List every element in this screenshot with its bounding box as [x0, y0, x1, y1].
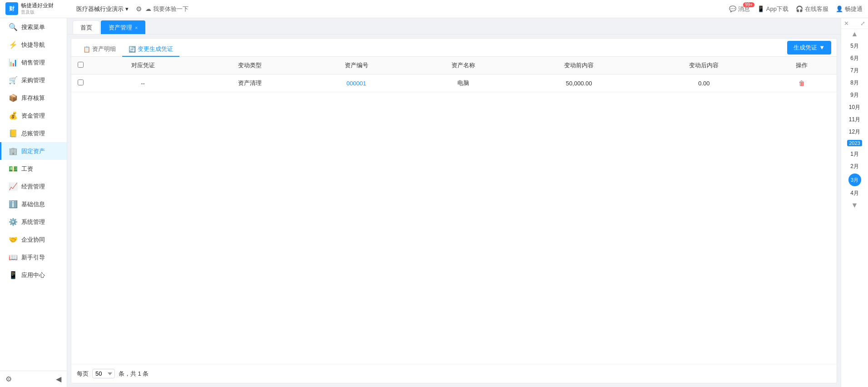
sidebar-item-quick-nav[interactable]: ⚡ 快捷导航 [0, 36, 67, 54]
sidebar-item-sales[interactable]: 📊 销售管理 [0, 54, 67, 71]
sidebar-item-management[interactable]: 📈 经营管理 [0, 178, 67, 195]
month-item-11[interactable]: 11月 [841, 114, 868, 126]
settings-icon[interactable]: ⚙ [136, 5, 142, 13]
col-header-asset-code: 资产编号 [303, 57, 410, 74]
footer-settings-icon[interactable]: ⚙ [5, 375, 12, 383]
basic-info-icon: ℹ️ [9, 200, 18, 208]
finance-icon: 💰 [9, 111, 18, 120]
sidebar-item-purchase[interactable]: 🛒 采购管理 [0, 71, 67, 89]
sidebar-item-cooperation[interactable]: 🤝 企业协同 [0, 231, 67, 248]
scroll-down-icon[interactable]: ▼ [850, 200, 859, 210]
tab-asset-management[interactable]: 资产管理 × [101, 20, 145, 34]
system-icon: ⚙️ [9, 218, 18, 226]
col-header-asset-name: 资产名称 [410, 57, 516, 74]
row-change-type: 资产清理 [196, 74, 303, 92]
select-all-checkbox[interactable] [78, 62, 84, 68]
panel-close-icon[interactable]: ✕ [844, 20, 849, 27]
sidebar-item-search[interactable]: 🔍 搜索菜单 [0, 18, 67, 36]
sidebar-label-sales: 销售管理 [21, 59, 45, 67]
top-header: 财 畅捷通好业财 普及版 医疗器械行业演示 ▾ ⚙ ☁ 我要体验一下 💬 消息 … [0, 0, 868, 18]
sidebar-label-management: 经营管理 [21, 183, 45, 191]
company-selector[interactable]: 医疗器械行业演示 ▾ [73, 3, 132, 15]
month-item-10[interactable]: 10月 [841, 101, 868, 114]
tab-asset-management-label: 资产管理 [109, 24, 132, 32]
row-checkbox[interactable] [78, 79, 84, 85]
sidebar-label-basic-info: 基础信息 [21, 200, 45, 208]
sidebar-label-cooperation: 企业协同 [21, 236, 45, 244]
sidebar-label-search: 搜索菜单 [21, 23, 45, 31]
month-item-3-active[interactable]: 3月 [848, 174, 861, 186]
sidebar-label-inventory: 库存核算 [21, 94, 45, 102]
sidebar-label-purchase: 采购管理 [21, 76, 45, 84]
tab-change-voucher[interactable]: 🔄 变更生成凭证 [122, 42, 179, 57]
experience-button[interactable]: ☁ 我要体验一下 [145, 5, 188, 13]
sales-icon: 📊 [9, 58, 18, 67]
tabs-bar: 首页 资产管理 × [67, 18, 841, 35]
tab-home[interactable]: 首页 [73, 20, 100, 34]
month-item-4[interactable]: 4月 [841, 187, 868, 199]
download-icon: 📱 [757, 5, 764, 12]
sidebar-item-basic-info[interactable]: ℹ️ 基础信息 [0, 195, 67, 213]
logo-icon: 财 [5, 2, 18, 15]
month-list-2023: 1月 2月 3月 4月 [841, 147, 868, 200]
footer-collapse-icon[interactable]: ◀ [56, 375, 61, 383]
ledger-icon: 📒 [9, 129, 18, 138]
app-version: 普及版 [21, 9, 54, 15]
data-table: 对应凭证 变动类型 资产编号 资产名称 变动前内容 变动后内容 操作 [71, 57, 837, 92]
sidebar-item-fixed-assets[interactable]: 🏢 固定资产 [0, 142, 67, 160]
table-header-row: 对应凭证 变动类型 资产编号 资产名称 变动前内容 变动后内容 操作 [71, 57, 837, 74]
page-content: 📋 资产明细 🔄 变更生成凭证 生成凭证 ▼ [71, 38, 837, 383]
year-2023-badge: 2023 [847, 140, 862, 146]
month-item-8[interactable]: 8月 [841, 77, 868, 89]
right-panel-header: ✕ ⤢ [841, 18, 868, 29]
app-center-icon: 📱 [9, 271, 18, 279]
scroll-up-icon[interactable]: ▲ [850, 29, 859, 39]
col-header-operation: 操作 [766, 57, 837, 74]
sidebar-item-system[interactable]: ⚙️ 系统管理 [0, 213, 67, 231]
cooperation-icon: 🤝 [9, 235, 18, 244]
month-item-12[interactable]: 12月 [841, 126, 868, 138]
app-name: 畅捷通好业财 [21, 2, 54, 9]
col-header-change-type: 变动类型 [196, 57, 303, 74]
col-header-voucher: 对应凭证 [89, 57, 196, 74]
sidebar-item-inventory[interactable]: 📦 库存核算 [0, 89, 67, 107]
month-list-prev: 5月 6月 7月 8月 9月 10月 11月 12月 [841, 39, 868, 139]
sidebar-item-payroll[interactable]: 💵 工资 [0, 160, 67, 178]
user-menu-button[interactable]: 👤 畅捷通 [836, 5, 863, 13]
user-icon: 👤 [836, 5, 843, 12]
row-after-change: 0.00 [641, 74, 766, 92]
page-size-select[interactable]: 10 20 50 100 [92, 369, 115, 378]
year-2023-section: 2023 [841, 139, 868, 147]
logo-text-area: 畅捷通好业财 普及版 [21, 2, 54, 15]
tab-asset-detail[interactable]: 📋 资产明细 [77, 42, 122, 57]
month-item-5[interactable]: 5月 [841, 40, 868, 52]
month-item-7[interactable]: 7月 [841, 64, 868, 77]
tab-close-icon[interactable]: × [135, 25, 138, 30]
col-header-checkbox [71, 57, 89, 74]
sidebar-item-app-center[interactable]: 📱 应用中心 [0, 266, 67, 284]
message-button[interactable]: 💬 消息 99+ [729, 5, 750, 13]
panel-expand-icon[interactable]: ⤢ [860, 20, 865, 27]
month-item-6[interactable]: 6月 [841, 52, 868, 64]
app-download-button[interactable]: 📱 App下载 [757, 5, 789, 13]
generate-voucher-button[interactable]: 生成凭证 ▼ [787, 41, 831, 55]
sidebar-footer: ⚙ ◀ [0, 371, 67, 387]
sidebar-label-system: 系统管理 [21, 218, 45, 226]
sidebar-label-quick-nav: 快捷导航 [21, 41, 45, 49]
table-wrapper: 对应凭证 变动类型 资产编号 资产名称 变动前内容 变动后内容 操作 [71, 57, 837, 364]
sidebar-label-fixed-assets: 固定资产 [21, 147, 45, 155]
online-service-button[interactable]: 🎧 在线客服 [796, 5, 828, 13]
header-center: 医疗器械行业演示 ▾ ⚙ ☁ 我要体验一下 [73, 3, 729, 15]
management-icon: 📈 [9, 182, 18, 191]
fixed-assets-icon: 🏢 [9, 147, 18, 155]
purchase-icon: 🛒 [9, 76, 18, 84]
sidebar-item-ledger[interactable]: 📒 总账管理 [0, 124, 67, 142]
tab-asset-detail-label: 资产明细 [92, 45, 116, 53]
month-item-9[interactable]: 9月 [841, 89, 868, 101]
sidebar-item-finance[interactable]: 💰 资金管理 [0, 107, 67, 124]
month-item-1[interactable]: 1月 [841, 148, 868, 160]
company-name: 医疗器械行业演示 [76, 5, 124, 13]
month-item-2[interactable]: 2月 [841, 160, 868, 173]
delete-icon[interactable]: 🗑 [799, 79, 805, 87]
sidebar-item-guide[interactable]: 📖 新手引导 [0, 248, 67, 266]
